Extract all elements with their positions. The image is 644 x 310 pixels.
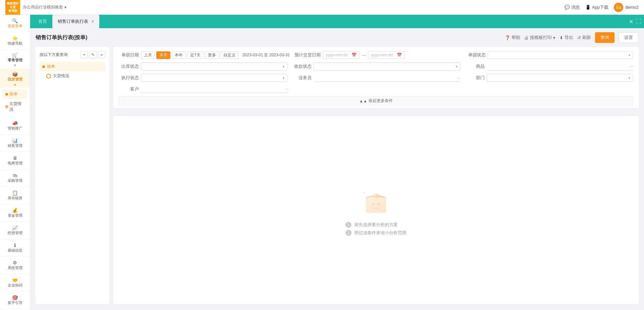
sidebar-item-purchase[interactable]: 🛍 采购管理 (0, 169, 30, 187)
svg-point-4 (388, 194, 389, 195)
collapse-filter-btn[interactable]: ▲▲ 收起更多条件 (119, 96, 633, 105)
sidebar-sub-item-欠货情况[interactable]: 欠货情况 (3, 99, 27, 114)
predicted-date-end-input[interactable]: yyyy-mm-dd 📅 (368, 51, 405, 59)
message-icon: 💬 (565, 5, 570, 10)
main-layout: 🔍 搜索菜单 ⭐ 快捷导航 🛒 零售管理 ▾ 📦 批发管理 ▴ (0, 15, 644, 310)
page-title: 销售订单执行表(按单) (36, 34, 88, 41)
tab-close-all-btn[interactable]: ✕ (629, 18, 633, 25)
tab-close-btn[interactable]: × (92, 19, 94, 24)
status-select[interactable] (488, 51, 633, 59)
date-btn-more[interactable]: 更多 (205, 51, 219, 59)
warehouse-select[interactable] (141, 62, 287, 70)
filter-date-group: 单据日期 上月 本月 本年 近7天 更多 自定义 (119, 51, 238, 59)
empty-steps: 1 请先选择要分析的方案 2 用过滤条件来缩小分析范围 (345, 222, 407, 236)
sidebar-item-basic-info[interactable]: ℹ 基础信息 (0, 239, 30, 257)
orange-dot-icon (5, 93, 8, 96)
receipt-select[interactable] (314, 62, 460, 70)
help-btn[interactable]: ❓ 帮助 (505, 35, 520, 41)
sidebar-section-retail[interactable]: 🛒 零售管理 ▾ (0, 50, 30, 69)
tab-home[interactable]: 首页 (33, 15, 52, 28)
warehouse-chevron-icon (283, 64, 284, 69)
calendar-start-icon[interactable]: 📅 (352, 53, 357, 57)
print-btn[interactable]: 🖨 按模板打印 ▾ (524, 35, 555, 41)
sidebar-item-finance[interactable]: 💰 资金管理 (0, 204, 30, 222)
settings-btn[interactable]: 设置 (619, 32, 639, 43)
message-btn[interactable]: 💬 消息 (565, 4, 580, 10)
svg-point-6 (372, 203, 374, 205)
plan-panel: 按以下方案查询 + ✎ « 按单 欠货情况 (36, 47, 109, 304)
customer-input[interactable]: ··· (141, 85, 288, 93)
export-icon: ⬇ (559, 35, 563, 40)
query-btn[interactable]: 查询 (595, 32, 614, 43)
calendar-end-icon[interactable]: 📅 (397, 53, 402, 57)
chevron-down-icon[interactable]: ▾ (64, 5, 66, 10)
user-menu[interactable]: Ea demo2 (614, 3, 639, 12)
filter-plan-layout: 按以下方案查询 + ✎ « 按单 欠货情况 (36, 47, 639, 304)
plan-edit-btn[interactable]: ✎ (89, 51, 97, 58)
date-btn-last-month[interactable]: 上月 (141, 51, 155, 59)
tabbar-actions: ✕ ⛶ (629, 18, 641, 25)
date-btn-7days[interactable]: 近7天 (187, 51, 204, 59)
topbar-left: 畅捷通好生意 标准版 办公用品行业模拟账套 ▾ (5, 0, 66, 15)
sidebar-item-marketing[interactable]: 📣 营销推广 (0, 117, 30, 135)
page-actions: ❓ 帮助 🖨 按模板打印 ▾ ⬇ 导出 ↺ 刷新 (505, 32, 639, 43)
plan-actions: + ✎ « (80, 51, 105, 58)
sidebar-item-search[interactable]: 🔍 搜索菜单 (0, 15, 30, 32)
filter-row-3: 执行状态 业务员 ··· (119, 74, 633, 82)
filter-warehouse-group: 出库状态 (119, 62, 287, 70)
date-separator: — (362, 53, 366, 58)
predicted-date-start-input[interactable]: yyyy-mm-dd 📅 (323, 51, 360, 59)
tab-sales-order[interactable]: 销售订单执行表 × (52, 15, 99, 28)
receipt-chevron-icon (456, 64, 458, 69)
filter-salesman-group: 业务员 ··· (291, 74, 460, 82)
goods-input[interactable]: ··· (487, 63, 633, 70)
app-logo: 畅捷通好生意 标准版 (5, 0, 20, 15)
tabbar: 首页 销售订单执行表 × ✕ ⛶ (30, 15, 644, 28)
sidebar-sub-item-按单[interactable]: 按单 (3, 89, 27, 99)
export-btn[interactable]: ⬇ 导出 (559, 35, 573, 41)
exec-select[interactable] (141, 74, 287, 82)
tab-expand-btn[interactable]: ⛶ (636, 18, 641, 24)
sidebar-item-sales[interactable]: 📊 销售管理 (0, 135, 30, 152)
plan-item-按单[interactable]: 按单 (40, 62, 105, 71)
svg-point-7 (378, 203, 380, 205)
filter-predicted-date-group: 预计交货日期 yyyy-mm-dd 📅 — yyyy-mm-dd 📅 (294, 51, 462, 59)
filter-status-group: 单据状态 (466, 51, 633, 59)
plan-header: 按以下方案查询 + ✎ « (40, 51, 105, 58)
topbar: 畅捷通好生意 标准版 办公用品行业模拟账套 ▾ 💬 消息 📱 App下载 Ea … (0, 0, 644, 15)
dept-chevron-icon (629, 75, 630, 80)
filter-panel: 单据日期 上月 本月 本年 近7天 更多 自定义 (113, 47, 639, 108)
dept-select[interactable] (487, 74, 633, 82)
page-content: 销售订单执行表(按单) ❓ 帮助 🖨 按模板打印 ▾ ⬇ 导出 (30, 28, 644, 310)
sidebar-item-ecommerce[interactable]: 🖥 电商管理 (0, 152, 30, 169)
sidebar-section-wholesale[interactable]: 📦 批发管理 ▴ (0, 69, 30, 88)
svg-rect-0 (366, 198, 386, 213)
sidebar-item-quicknav[interactable]: ⭐ 快捷导航 (0, 32, 30, 50)
sidebar-item-inventory[interactable]: 📋 库存核算 (0, 187, 30, 204)
help-icon: ❓ (505, 35, 510, 40)
sidebar-item-system[interactable]: ⚙ 系统管理 (0, 257, 30, 274)
status-chevron-icon (629, 53, 630, 57)
date-btn-custom[interactable]: 自定义 (220, 51, 238, 59)
plan-add-btn[interactable]: + (80, 51, 88, 58)
plan-sub-item-欠货情况[interactable]: 欠货情况 (40, 71, 105, 81)
filter-row-2: 出库状态 收款状态 (119, 62, 633, 70)
empty-step-2: 2 用过滤条件来缩小分析范围 (345, 230, 407, 236)
refresh-btn[interactable]: ↺ 刷新 (577, 35, 591, 41)
date-btn-this-year[interactable]: 本年 (172, 51, 186, 59)
refresh-icon: ↺ (577, 35, 581, 40)
print-icon: 🖨 (524, 35, 529, 40)
svg-point-3 (364, 192, 365, 193)
sidebar: 🔍 搜索菜单 ⭐ 快捷导航 🛒 零售管理 ▾ 📦 批发管理 ▴ (0, 15, 30, 310)
step-2-num: 2 (345, 230, 352, 236)
sidebar-item-collab[interactable]: 🤝 企业协同 (0, 274, 30, 292)
download-icon: 📱 (585, 5, 591, 10)
plan-collapse-btn[interactable]: « (98, 51, 105, 58)
sidebar-item-operations[interactable]: 📈 经营管理 (0, 222, 30, 239)
svg-point-5 (384, 190, 385, 191)
sidebar-sub-wholesale: 按单 欠货情况 (0, 88, 30, 117)
date-btn-this-month[interactable]: 本月 (156, 51, 170, 59)
salesman-input[interactable]: ··· (314, 74, 460, 82)
sidebar-item-guide[interactable]: 🎯 新手引导 (0, 292, 30, 309)
app-download-btn[interactable]: 📱 App下载 (585, 4, 608, 10)
